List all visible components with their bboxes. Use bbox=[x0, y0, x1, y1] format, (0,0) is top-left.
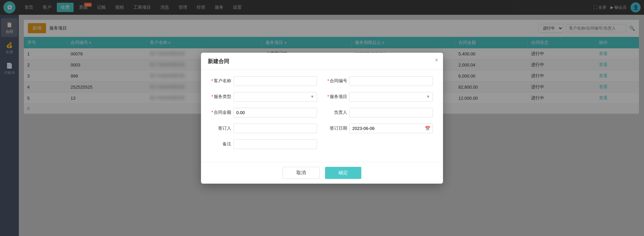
input-sign-date[interactable] bbox=[349, 124, 433, 133]
field-contract-no: *合同编号 bbox=[327, 76, 433, 86]
select-service-item[interactable] bbox=[349, 92, 433, 102]
service-item-select-wrap: ▼ bbox=[349, 92, 433, 102]
label-service-type: *服务类型 bbox=[211, 94, 231, 100]
label-contract-no: *合同编号 bbox=[327, 78, 347, 84]
modal-close-button[interactable]: × bbox=[435, 57, 438, 64]
label-responsible: 负责人 bbox=[327, 109, 347, 115]
service-type-select-wrap: ▼ bbox=[233, 92, 317, 102]
form-row-1: *客户名称 *合同编号 bbox=[211, 76, 433, 86]
input-contract-no[interactable] bbox=[349, 76, 433, 86]
field-notes: 备注 bbox=[211, 139, 317, 149]
label-service-item: *服务项目 bbox=[327, 94, 347, 100]
input-responsible[interactable] bbox=[349, 108, 433, 117]
required-star-2: * bbox=[327, 78, 329, 83]
input-notes[interactable] bbox=[233, 139, 317, 149]
modal-footer: 取消 确定 bbox=[201, 162, 443, 184]
sign-date-wrap: 📅 bbox=[349, 124, 433, 133]
input-amount[interactable] bbox=[233, 108, 317, 117]
label-amount: *合同金额 bbox=[211, 109, 231, 115]
required-star-4: * bbox=[327, 94, 329, 99]
label-signatory: 签订人 bbox=[211, 125, 231, 131]
required-star-3: * bbox=[211, 94, 213, 99]
modal-header: 新建合同 × bbox=[201, 53, 443, 69]
field-responsible: 负责人 bbox=[327, 108, 433, 117]
confirm-button[interactable]: 确定 bbox=[325, 167, 361, 179]
calendar-icon[interactable]: 📅 bbox=[425, 126, 430, 131]
field-client-name: *客户名称 bbox=[211, 76, 317, 86]
field-amount: *合同金额 bbox=[211, 108, 317, 117]
required-star: * bbox=[211, 78, 213, 83]
select-service-type[interactable] bbox=[233, 92, 317, 102]
field-signatory: 签订人 bbox=[211, 124, 317, 133]
required-star-5: * bbox=[211, 110, 213, 115]
form-row-3: *合同金额 负责人 bbox=[211, 108, 433, 117]
cancel-button[interactable]: 取消 bbox=[283, 167, 320, 179]
form-row-5: 备注 bbox=[211, 139, 433, 149]
label-sign-date: 签订日期 bbox=[327, 125, 347, 131]
label-client-name: *客户名称 bbox=[211, 78, 231, 84]
input-client-name[interactable] bbox=[233, 76, 317, 86]
modal-overlay[interactable]: 新建合同 × *客户名称 *合同编号 bbox=[0, 0, 644, 236]
label-notes: 备注 bbox=[211, 141, 231, 147]
modal-title: 新建合同 bbox=[208, 58, 229, 64]
field-sign-date: 签订日期 📅 bbox=[327, 124, 433, 133]
field-service-item: *服务项目 ▼ bbox=[327, 92, 433, 102]
modal-body: *客户名称 *合同编号 *服务类型 bbox=[201, 69, 443, 162]
new-contract-modal: 新建合同 × *客户名称 *合同编号 bbox=[201, 53, 443, 184]
input-signatory[interactable] bbox=[233, 124, 317, 133]
form-row-2: *服务类型 ▼ *服务项目 ▼ bbox=[211, 92, 433, 102]
form-row-4: 签订人 签订日期 📅 bbox=[211, 124, 433, 133]
field-service-type: *服务类型 ▼ bbox=[211, 92, 317, 102]
